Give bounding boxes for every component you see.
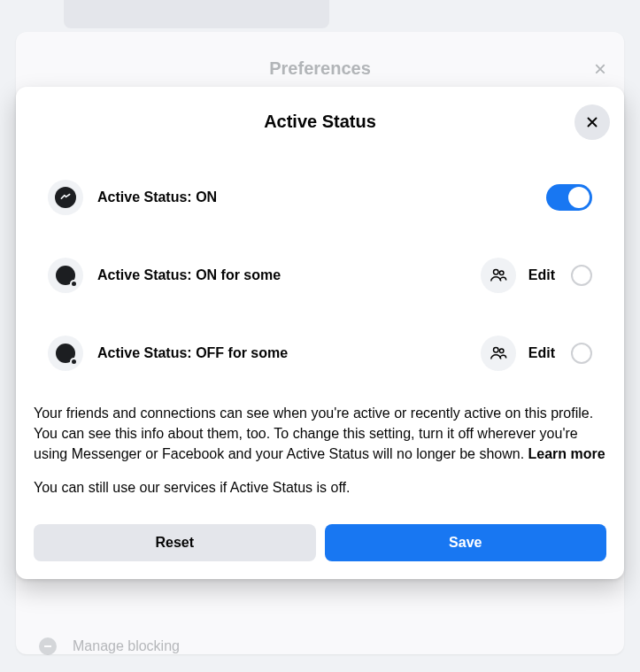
svg-point-2 — [499, 271, 504, 275]
preferences-title: Preferences — [34, 58, 606, 79]
off-for-some-row: Active Status: OFF for some Edit — [34, 314, 606, 392]
svg-point-3 — [493, 348, 498, 353]
blocking-icon — [39, 637, 57, 655]
description-text-2: You can still use our services if Active… — [16, 465, 624, 498]
toggle-knob — [568, 187, 590, 208]
background-tab — [64, 0, 329, 28]
svg-rect-0 — [44, 645, 51, 647]
active-status-toggle[interactable] — [546, 184, 592, 211]
people-icon — [481, 336, 516, 371]
modal-header: Active Status — [16, 87, 624, 141]
off-for-some-radio[interactable] — [571, 343, 592, 364]
manage-blocking-label: Manage blocking — [73, 638, 180, 654]
messenger-icon — [48, 180, 83, 215]
description-text: Your friends and connections can see whe… — [16, 392, 624, 465]
manage-blocking-row: Manage blocking — [39, 637, 180, 655]
active-status-on-row: Active Status: ON — [34, 158, 606, 236]
off-for-some-edit[interactable]: Edit — [528, 345, 555, 361]
chat-status-icon — [48, 336, 83, 371]
chat-status-icon — [48, 258, 83, 293]
button-row: Reset Save — [16, 498, 624, 561]
close-icon — [584, 114, 600, 130]
options-list: Active Status: ON Active Status: ON for … — [16, 141, 624, 392]
on-for-some-label: Active Status: ON for some — [97, 267, 481, 283]
on-for-some-radio[interactable] — [571, 265, 592, 286]
active-status-modal: Active Status Active Status: ON Active S… — [16, 87, 624, 579]
modal-title: Active Status — [34, 112, 606, 132]
svg-point-1 — [493, 270, 498, 275]
on-for-some-row: Active Status: ON for some Edit — [34, 236, 606, 314]
people-icon — [481, 258, 516, 293]
preferences-close-icon: × — [594, 57, 606, 81]
learn-more-link[interactable]: Learn more — [528, 446, 605, 461]
off-for-some-label: Active Status: OFF for some — [97, 345, 481, 361]
save-button[interactable]: Save — [325, 524, 607, 561]
description-prefix: Your friends and connections can see whe… — [34, 406, 593, 461]
reset-button[interactable]: Reset — [34, 524, 316, 561]
active-status-on-label: Active Status: ON — [97, 189, 546, 205]
on-for-some-edit[interactable]: Edit — [528, 267, 555, 283]
svg-point-4 — [499, 349, 504, 353]
close-button[interactable] — [574, 104, 610, 140]
